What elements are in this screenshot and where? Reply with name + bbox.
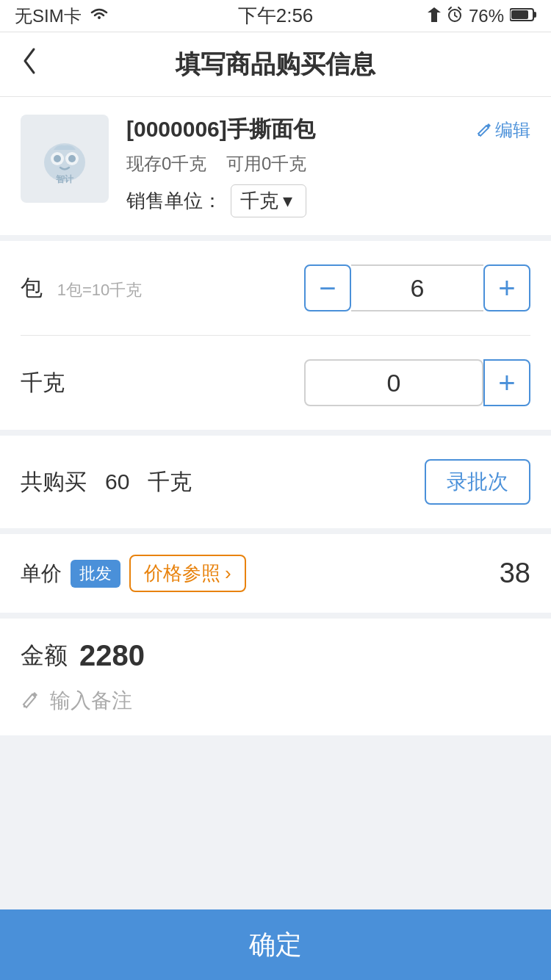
kg-quantity-input[interactable] xyxy=(304,359,483,406)
alarm-icon xyxy=(447,6,463,26)
svg-point-8 xyxy=(68,155,76,162)
kg-quantity-control: + xyxy=(304,359,530,406)
svg-rect-2 xyxy=(533,12,536,18)
status-left: 无SIM卡 xyxy=(15,4,109,28)
kg-row: 千克 + xyxy=(21,336,530,430)
location-icon xyxy=(428,6,441,26)
product-name-row: [0000006]手撕面包 编辑 xyxy=(126,115,530,145)
svg-text:智计: 智计 xyxy=(55,174,74,184)
kg-label-group: 千克 xyxy=(21,368,65,398)
confirm-label: 确定 xyxy=(249,927,302,963)
available-label: 可用0千克 xyxy=(226,154,306,173)
product-thumbnail: 智计 xyxy=(21,115,109,203)
amount-section: 金额 2280 输入备注 xyxy=(0,619,551,735)
stock-label: 现存0千克 xyxy=(126,154,206,173)
kg-label: 千克 xyxy=(21,370,65,394)
page-title: 填写商品购买信息 xyxy=(176,48,375,82)
confirm-bar[interactable]: 确定 xyxy=(0,909,551,980)
pencil-icon xyxy=(21,688,41,714)
nav-bar: 填写商品购买信息 xyxy=(0,32,551,97)
unit-value: 千克 xyxy=(240,188,278,214)
bao-quantity-control: − + xyxy=(304,264,530,311)
carrier-label: 无SIM卡 xyxy=(15,4,82,28)
total-unit: 千克 xyxy=(148,469,192,494)
dropdown-arrow-icon: ▾ xyxy=(283,190,292,212)
price-ref-button[interactable]: 价格参照 › xyxy=(129,555,246,592)
amount-value: 2280 xyxy=(79,639,145,672)
bao-quantity-input[interactable] xyxy=(351,264,483,311)
svg-rect-3 xyxy=(511,10,528,19)
bao-label: 包 xyxy=(21,275,43,300)
edit-label: 编辑 xyxy=(495,118,530,142)
product-section: 智计 [0000006]手撕面包 编辑 现存0千克 可用0千克 销售单位： 千克 xyxy=(0,97,551,241)
unit-prefix-label: 销售单位： xyxy=(126,188,222,214)
wifi-icon xyxy=(89,6,109,26)
stock-info: 现存0千克 可用0千克 xyxy=(126,152,530,176)
total-text: 共购买 60 千克 xyxy=(21,467,192,497)
status-time: 下午2:56 xyxy=(238,3,314,29)
price-value: 38 xyxy=(500,558,530,589)
price-section: 单价 批发 价格参照 › 38 xyxy=(0,534,551,619)
amount-row: 金额 2280 xyxy=(21,639,530,672)
unit-dropdown[interactable]: 千克 ▾ xyxy=(231,184,306,217)
status-right: 76% xyxy=(428,6,536,26)
remark-placeholder: 输入备注 xyxy=(50,687,132,715)
quantity-section: 包 1包=10千克 − + 千克 + xyxy=(0,241,551,430)
remark-row[interactable]: 输入备注 xyxy=(21,687,530,715)
battery-label: 76% xyxy=(469,6,504,26)
product-info: [0000006]手撕面包 编辑 现存0千克 可用0千克 销售单位： 千克 ▾ xyxy=(126,115,530,217)
bottom-spacer xyxy=(0,735,551,882)
total-section: 共购买 60 千克 录批次 xyxy=(0,430,551,534)
bao-hint: 1包=10千克 xyxy=(57,281,143,299)
bao-minus-button[interactable]: − xyxy=(304,264,351,311)
product-full-name: [0000006]手撕面包 xyxy=(126,115,315,145)
bao-label-group: 包 1包=10千克 xyxy=(21,273,142,303)
status-bar: 无SIM卡 下午2:56 76% xyxy=(0,0,551,32)
price-ref-label: 价格参照 xyxy=(144,561,220,586)
bao-row: 包 1包=10千克 − + xyxy=(21,241,530,336)
price-label-group: 单价 批发 价格参照 › xyxy=(21,555,246,592)
total-amount: 60 xyxy=(105,469,129,494)
price-row: 单价 批发 价格参照 › 38 xyxy=(21,555,530,613)
price-ref-arrow-icon: › xyxy=(225,562,231,585)
total-prefix: 共购买 xyxy=(21,469,87,494)
batch-button[interactable]: 录批次 xyxy=(425,459,530,505)
amount-label: 金额 xyxy=(21,640,68,672)
bao-plus-button[interactable]: + xyxy=(483,264,530,311)
price-label: 单价 xyxy=(21,560,62,588)
battery-icon xyxy=(510,6,536,26)
kg-plus-button[interactable]: + xyxy=(483,359,530,406)
back-button[interactable] xyxy=(21,46,38,82)
batch-tag: 批发 xyxy=(71,560,120,588)
svg-point-7 xyxy=(54,155,61,162)
unit-row: 销售单位： 千克 ▾ xyxy=(126,184,530,217)
edit-link[interactable]: 编辑 xyxy=(476,118,530,142)
